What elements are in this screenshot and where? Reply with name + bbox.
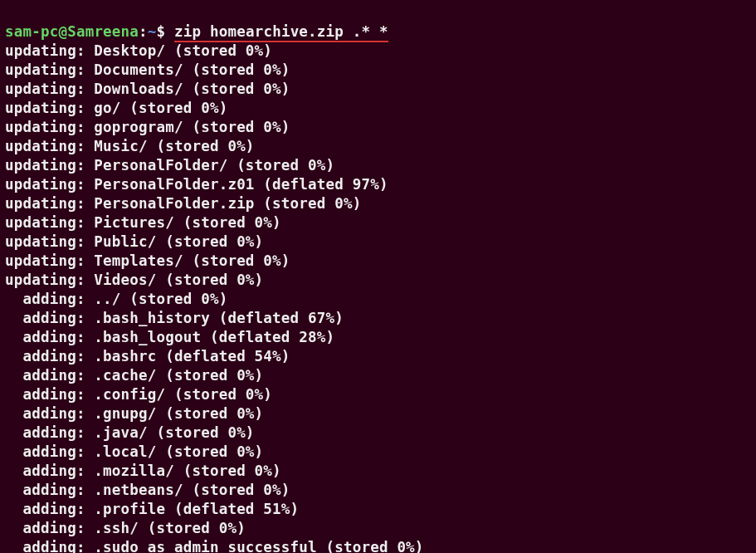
output-line: adding: .bash_history (deflated 67%) [5, 309, 751, 328]
output-line: updating: go/ (stored 0%) [5, 99, 751, 118]
output-line: updating: Templates/ (stored 0%) [5, 252, 751, 271]
output-line: updating: goprogram/ (stored 0%) [5, 118, 751, 137]
output-line: adding: .local/ (stored 0%) [5, 443, 751, 462]
prompt-user: sam-pc [5, 23, 58, 40]
output-line: updating: Documents/ (stored 0%) [5, 61, 751, 80]
output-line: updating: Downloads/ (stored 0%) [5, 80, 751, 99]
prompt-path: ~ [148, 23, 157, 40]
output-line: adding: .mozilla/ (stored 0%) [5, 462, 751, 481]
prompt-host: Samreena [67, 23, 139, 40]
command-text: zip homearchive.zip .* * [174, 23, 388, 42]
output-line: updating: Public/ (stored 0%) [5, 232, 751, 252]
output-line: updating: Music/ (stored 0%) [5, 137, 751, 156]
output-line: adding: .cache/ (stored 0%) [5, 366, 751, 385]
output-line: adding: .java/ (stored 0%) [5, 423, 751, 443]
output-line: updating: PersonalFolder.zip (stored 0%) [5, 194, 751, 213]
output-line: updating: Videos/ (stored 0%) [5, 271, 751, 290]
output-line: adding: .sudo_as_admin_successful (store… [5, 538, 751, 553]
output-line: adding: .netbeans/ (stored 0%) [5, 481, 751, 500]
output-line: adding: .ssh/ (stored 0%) [5, 519, 751, 538]
output-line: adding: .profile (deflated 51%) [5, 500, 751, 519]
prompt-colon: : [139, 23, 148, 40]
prompt-dollar: $ [157, 23, 166, 40]
output-line: adding: ../ (stored 0%) [5, 290, 751, 309]
output-line: adding: .gnupg/ (stored 0%) [5, 404, 751, 423]
output-line: adding: .bash_logout (deflated 28%) [5, 328, 751, 347]
output-line: updating: Desktop/ (stored 0%) [5, 42, 751, 61]
output-line: adding: .config/ (stored 0%) [5, 385, 751, 404]
prompt-at: @ [58, 23, 67, 40]
output-line: updating: Pictures/ (stored 0%) [5, 213, 751, 232]
output-line: updating: PersonalFolder/ (stored 0%) [5, 156, 751, 175]
output-line: adding: .bashrc (deflated 54%) [5, 347, 751, 366]
output-line: updating: PersonalFolder.z01 (deflated 9… [5, 175, 751, 194]
terminal-output: updating: Desktop/ (stored 0%)updating: … [5, 42, 751, 553]
prompt-line-1[interactable]: sam-pc@Samreena:~$ zip homearchive.zip .… [5, 3, 751, 42]
